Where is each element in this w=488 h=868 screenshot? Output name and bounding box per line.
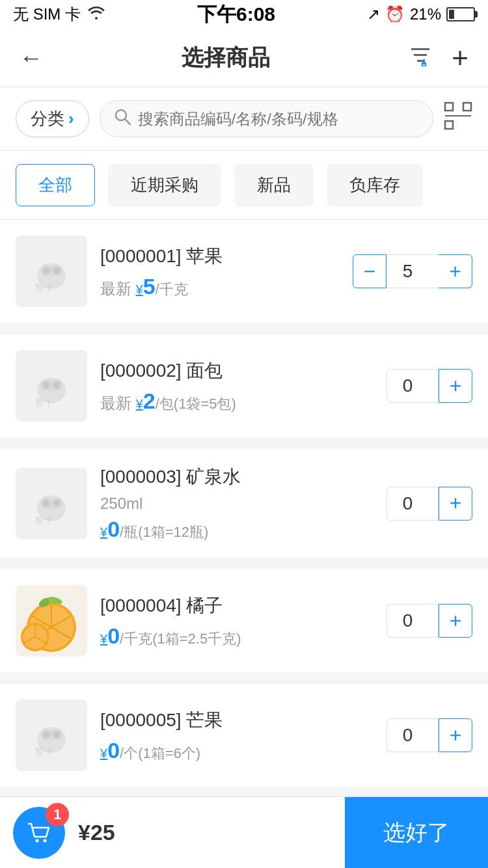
quantity-decrease-button[interactable]: − xyxy=(353,254,386,288)
category-button[interactable]: 分类 › xyxy=(16,100,89,137)
status-left: 无 SIM 卡 xyxy=(13,4,105,25)
price-currency: ¥ xyxy=(100,525,107,539)
category-chevron-icon: › xyxy=(68,109,74,129)
svg-rect-2 xyxy=(417,60,424,62)
status-bar: 无 SIM 卡 下午6:08 ↗ ⏰ 21% xyxy=(0,0,488,29)
location-icon: ↗ xyxy=(367,5,380,23)
product-name: [0000001] 苹果 xyxy=(100,244,340,269)
price-currency: ¥ xyxy=(136,397,143,411)
tab-new[interactable]: 新品 xyxy=(234,164,314,206)
list-item: 智十 [0000005] 芒果 ¥0/个(1箱=6个) + xyxy=(0,684,488,787)
svg-text:智十: 智十 xyxy=(35,515,53,525)
quantity-input[interactable] xyxy=(386,254,439,288)
cart-area: 1 ¥25 xyxy=(0,807,345,859)
list-item: [0000004] 橘子 ¥0/千克(1箱=2.5千克) + xyxy=(0,569,488,672)
svg-point-15 xyxy=(54,268,59,273)
svg-text:智十: 智十 xyxy=(35,282,53,293)
product-list: 智十 [0000001] 苹果 最新 ¥5/千克 − + xyxy=(0,220,488,868)
price-per: /瓶(1箱=12瓶) xyxy=(120,524,208,540)
battery-icon xyxy=(446,7,475,21)
quantity-input[interactable] xyxy=(386,369,439,403)
quantity-increase-button[interactable]: + xyxy=(439,604,472,638)
svg-rect-7 xyxy=(445,103,453,111)
svg-point-60 xyxy=(36,839,39,842)
price-per: /个(1箱=6个) xyxy=(120,745,200,761)
price-value: 0 xyxy=(107,623,120,648)
tab-all[interactable]: 全部 xyxy=(16,164,95,206)
quantity-increase-button[interactable]: + xyxy=(439,369,472,403)
owl-logo-icon: 智十 xyxy=(29,712,74,758)
nav-actions: + xyxy=(409,42,468,74)
svg-point-61 xyxy=(44,839,47,842)
product-price: 最新 ¥5/千克 xyxy=(100,274,340,299)
svg-point-21 xyxy=(44,383,49,388)
product-name: [0000004] 橘子 xyxy=(100,593,373,618)
back-button[interactable]: ← xyxy=(20,44,43,72)
nav-bar: ← 选择商品 + xyxy=(0,29,488,87)
tab-negative[interactable]: 负库存 xyxy=(327,164,423,206)
cart-button[interactable]: 1 xyxy=(13,807,65,859)
product-spec: 250ml xyxy=(100,495,373,513)
product-price: ¥0/千克(1箱=2.5千克) xyxy=(100,623,373,649)
product-name: [0000005] 芒果 xyxy=(100,708,373,733)
filter-icon[interactable] xyxy=(409,43,432,72)
product-thumbnail: 智十 xyxy=(16,236,87,307)
svg-text:智十: 智十 xyxy=(35,746,53,757)
quantity-control: + xyxy=(386,487,472,521)
svg-point-22 xyxy=(54,383,59,388)
product-price: ¥0/个(1箱=6个) xyxy=(100,738,373,763)
owl-logo-icon: 智十 xyxy=(29,249,74,294)
scan-icon[interactable] xyxy=(444,102,472,136)
price-label: 最新 xyxy=(100,280,136,297)
search-input[interactable] xyxy=(138,110,420,128)
price-currency: ¥ xyxy=(136,282,143,297)
wifi-icon xyxy=(87,5,105,23)
quantity-increase-button[interactable]: + xyxy=(439,718,472,752)
price-currency: ¥ xyxy=(100,632,107,646)
toolbar: 分类 › xyxy=(0,87,488,151)
battery-percent: 21% xyxy=(410,5,441,23)
quantity-control: + xyxy=(386,604,472,638)
product-thumbnail: 智十 xyxy=(16,468,87,539)
quantity-input[interactable] xyxy=(386,487,439,521)
list-item: 智十 [0000001] 苹果 最新 ¥5/千克 − + xyxy=(0,220,488,323)
quantity-control: + xyxy=(386,718,472,752)
svg-rect-8 xyxy=(463,103,471,111)
sim-status: 无 SIM 卡 xyxy=(13,4,81,25)
owl-logo-icon: 智十 xyxy=(29,363,74,409)
filter-tabs: 全部 近期采购 新品 负库存 xyxy=(0,151,488,220)
orange-fruit-icon xyxy=(16,585,87,657)
product-thumbnail: 智十 xyxy=(16,699,87,771)
svg-line-6 xyxy=(125,119,130,124)
product-price: ¥0/瓶(1箱=12瓶) xyxy=(100,517,373,542)
cart-badge: 1 xyxy=(46,803,69,826)
quantity-input[interactable] xyxy=(386,604,439,638)
price-value: 0 xyxy=(107,517,120,541)
product-info: [0000002] 面包 最新 ¥2/包(1袋=5包) xyxy=(100,359,373,414)
svg-point-29 xyxy=(54,500,59,506)
product-name: [0000003] 矿泉水 xyxy=(100,465,373,489)
owl-logo-icon: 智十 xyxy=(29,481,74,526)
confirm-button[interactable]: 选好了 xyxy=(345,797,488,869)
svg-text:智十: 智十 xyxy=(35,397,53,407)
bottom-bar: 1 ¥25 选好了 xyxy=(0,796,488,868)
price-per: /包(1袋=5包) xyxy=(156,396,236,412)
tab-recent[interactable]: 近期采购 xyxy=(108,164,221,206)
price-value: 0 xyxy=(107,738,120,763)
category-label: 分类 xyxy=(31,107,64,130)
list-item: 智十 [0000003] 矿泉水 250ml ¥0/瓶(1箱=12瓶) + xyxy=(0,449,488,558)
list-item: 智十 [0000002] 面包 最新 ¥2/包(1袋=5包) + xyxy=(0,334,488,437)
price-per: /千克 xyxy=(156,281,188,297)
add-icon[interactable]: + xyxy=(452,42,468,74)
quantity-increase-button[interactable]: + xyxy=(439,487,472,521)
price-value: 5 xyxy=(143,274,156,299)
search-box xyxy=(100,100,433,137)
price-currency: ¥ xyxy=(100,746,107,761)
status-right: ↗ ⏰ 21% xyxy=(367,5,475,23)
svg-rect-0 xyxy=(411,48,429,50)
quantity-increase-button[interactable]: + xyxy=(439,254,472,288)
quantity-input[interactable] xyxy=(386,718,439,752)
status-time: 下午6:08 xyxy=(197,1,275,28)
quantity-control: − + xyxy=(353,254,472,288)
product-thumbnail: 智十 xyxy=(16,350,87,422)
